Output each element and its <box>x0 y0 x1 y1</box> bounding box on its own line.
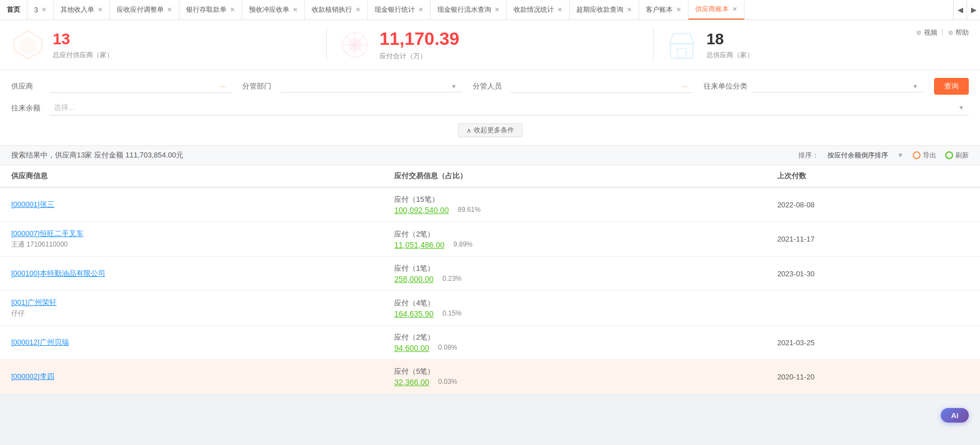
trans-amount-3[interactable]: 164,635.90 <box>394 309 433 318</box>
nav-tab-home[interactable]: 首页 <box>0 0 27 20</box>
nav-tab-bank[interactable]: 银行存取款单 ✕ <box>179 0 242 20</box>
filter-item-supplier: 供应商 ··· <box>11 80 231 93</box>
sort-label: 排序： <box>798 151 819 160</box>
video-link[interactable]: ⊙ 视频 <box>916 28 937 38</box>
rice-icon <box>338 28 372 62</box>
trans-info-1: 应付（2笔） 11,051,486.00 9.89% <box>394 229 777 249</box>
collapse-up-icon: ∧ <box>466 127 471 135</box>
refresh-button[interactable]: 刷新 <box>945 151 969 160</box>
filter-item-dept: 分管部门 ▼ <box>242 81 462 92</box>
stat-divider-1 <box>326 28 327 62</box>
trans-amount-5[interactable]: 32,366.00 <box>394 378 429 387</box>
category-filter-select[interactable]: ▼ <box>752 81 923 92</box>
close-bank-icon[interactable]: ✕ <box>230 6 235 13</box>
dept-chevron-icon: ▼ <box>451 83 457 90</box>
collapse-bar: ∧ 收起更多条件 <box>11 121 969 140</box>
close-prepay-icon[interactable]: ✕ <box>293 6 298 13</box>
collapse-button[interactable]: ∧ 收起更多条件 <box>458 123 523 137</box>
supplier-sub-1: 王通 17106110000 <box>11 240 394 249</box>
supplier-filter-label: 供应商 <box>11 81 45 91</box>
trans-amount-2[interactable]: 258,000.00 <box>394 275 433 284</box>
result-bar: 搜索结果中，供应商13家 应付金额 111,703,854.00元 排序： 按应… <box>0 146 980 165</box>
trans-amount-1[interactable]: 11,051,486.00 <box>394 240 445 249</box>
supplier-name-0[interactable]: [000001]张三 <box>11 200 394 210</box>
nav-tab-3[interactable]: 3 ✕ <box>27 0 54 20</box>
supplier-info-0: [000001]张三 <box>11 200 394 210</box>
total-suppliers-label: 总供应商（家） <box>706 50 754 60</box>
nav-scroll-arrows: ◀ ▶ <box>953 0 980 20</box>
dept-filter-label: 分管部门 <box>242 81 276 91</box>
nav-tab-receipt[interactable]: 收款核销执行 ✕ <box>305 0 368 20</box>
last-pay-2: 2023-01-30 <box>777 270 969 278</box>
close-ar-ap-icon[interactable]: ✕ <box>167 6 172 13</box>
balance-filter-select[interactable]: 选择... ▼ <box>49 100 969 115</box>
balance-chevron-icon: ▼ <box>958 104 964 111</box>
supplier-table: 供应商信息 应付交易信息（占比） 上次付数 [000001]张三 应付（15笔）… <box>0 165 980 394</box>
close-customer-icon[interactable]: ✕ <box>676 6 681 13</box>
trans-label-1: 应付（2笔） <box>394 229 777 239</box>
home-tab-label: 首页 <box>7 5 20 15</box>
nav-tab-cash-stat[interactable]: 现金银行统计 ✕ <box>368 0 431 20</box>
trans-amount-0[interactable]: 100,092,540.00 <box>394 206 449 215</box>
last-pay-4: 2021-03-25 <box>777 339 969 347</box>
supplier-sub-3: 仔仔 <box>11 309 394 318</box>
nav-tab-prepay[interactable]: 预收冲应收单 ✕ <box>242 0 305 20</box>
svg-marker-1 <box>20 36 36 55</box>
help-link[interactable]: ⊙ 帮助 <box>948 28 969 38</box>
result-actions: 排序： 按应付余额倒序排序 ▼ 导出 刷新 <box>798 151 969 160</box>
nav-prev-arrow[interactable]: ◀ <box>953 0 967 20</box>
close-cash-flow-icon[interactable]: ✕ <box>494 6 500 13</box>
svg-rect-9 <box>677 48 686 58</box>
close-receipt-stat-icon[interactable]: ✕ <box>557 6 562 13</box>
trans-pct-3: 0.15% <box>442 309 461 317</box>
person-filter-input[interactable]: ··· <box>511 80 692 93</box>
close-receipt-icon[interactable]: ✕ <box>355 6 360 13</box>
supplier-name-5[interactable]: [000002]李四 <box>11 372 394 382</box>
nav-tab-overdue[interactable]: 超期应收款查询 ✕ <box>570 0 639 20</box>
person-dots-icon[interactable]: ··· <box>682 82 688 90</box>
supplier-name-3[interactable]: [001]广州荣轩 <box>11 298 394 308</box>
supplier-dots-icon[interactable]: ··· <box>220 82 226 90</box>
supplier-info-2: [000100]本特勤油品有限公司 <box>11 268 394 279</box>
stat-text-payable-suppliers: 13 总应付供应商（家） <box>53 30 113 60</box>
close-tab3-icon[interactable]: ✕ <box>41 6 47 13</box>
table-row: [001]广州荣轩 仔仔 应付（4笔） 164,635.90 0.15% <box>0 291 980 326</box>
supplier-filter-input[interactable]: ··· <box>49 80 231 93</box>
svg-rect-8 <box>671 44 693 58</box>
supplier-name-4[interactable]: [000012]广州贝瑞 <box>11 337 394 347</box>
person-filter-label: 分管人员 <box>473 81 506 91</box>
nav-tab-receipt-stat[interactable]: 收款情况统计 ✕ <box>507 0 570 20</box>
nav-tab-other-income[interactable]: 其他收入单 ✕ <box>54 0 110 20</box>
category-filter-label: 往来单位分类 <box>704 81 747 91</box>
supplier-info-4: [000012]广州贝瑞 <box>11 337 394 347</box>
trans-pct-0: 89.61% <box>458 206 481 214</box>
export-button[interactable]: 导出 <box>913 151 936 160</box>
nav-tab-cash-flow[interactable]: 现金银行流水查询 ✕ <box>431 0 507 20</box>
close-cash-stat-icon[interactable]: ✕ <box>418 6 423 13</box>
top-nav: 首页 3 ✕ 其他收入单 ✕ 应收应付调整单 ✕ 银行存取款单 ✕ 预收冲应收单… <box>0 0 980 20</box>
dept-filter-select[interactable]: ▼ <box>280 81 462 92</box>
refresh-label: 刷新 <box>955 151 969 160</box>
payable-suppliers-label: 总应付供应商（家） <box>53 50 113 60</box>
trans-amount-4[interactable]: 94,600.00 <box>394 344 429 353</box>
sort-value[interactable]: 按应付余额倒序排序 <box>828 151 888 160</box>
trans-pct-5: 0.03% <box>438 378 457 386</box>
refresh-icon <box>945 151 953 159</box>
supplier-name-2[interactable]: [000100]本特勤油品有限公司 <box>11 268 394 279</box>
trans-row-4: 94,600.00 0.08% <box>394 342 777 353</box>
nav-tab-supplier[interactable]: 供应商账本 ✕ <box>688 0 745 20</box>
supplier-name-1[interactable]: [000007]恒旺二手叉车 <box>11 229 394 239</box>
trans-pct-1: 9.89% <box>454 240 473 248</box>
nav-tab-ar-ap[interactable]: 应收应付调整单 ✕ <box>110 0 179 20</box>
close-overdue-icon[interactable]: ✕ <box>627 6 632 13</box>
close-other-income-icon[interactable]: ✕ <box>98 6 103 13</box>
nav-next-arrow[interactable]: ▶ <box>967 0 980 20</box>
close-supplier-icon[interactable]: ✕ <box>732 6 737 13</box>
last-pay-5: 2020-11-20 <box>777 373 969 381</box>
stat-text-payable-total: 11,170.39 应付合计（万） <box>380 29 459 61</box>
nav-tab-customer[interactable]: 客户账本 ✕ <box>639 0 688 20</box>
trans-label-2: 应付（1笔） <box>394 263 777 274</box>
supplier-info-1: [000007]恒旺二手叉车 王通 17106110000 <box>11 229 394 249</box>
stat-card-payable-suppliers: 13 总应付供应商（家） <box>11 28 315 62</box>
query-button[interactable]: 查询 <box>934 78 969 95</box>
